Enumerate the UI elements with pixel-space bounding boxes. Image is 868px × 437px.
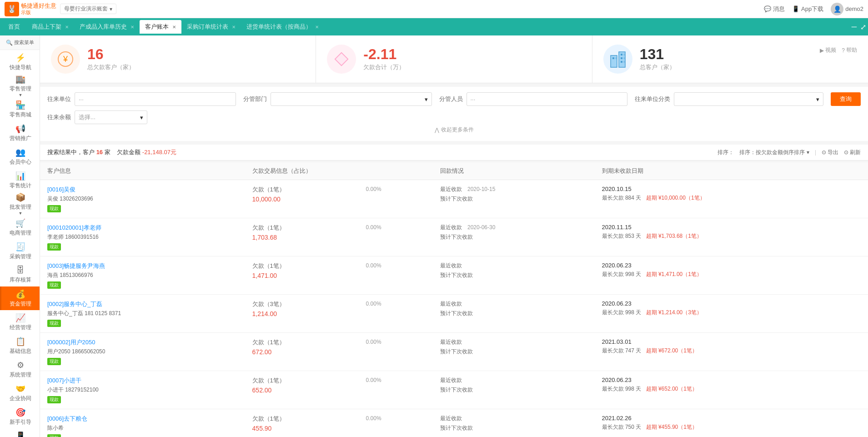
- customer-name-link[interactable]: [0003]畅捷服务尹海燕: [47, 262, 238, 270]
- results-actions: 排序： 排序：按欠款金额倒序排序 ▾ | ⊙ 导出 ⊙ 刷新: [717, 149, 861, 156]
- collapse-button[interactable]: ⋀ 收起更多条件: [47, 124, 861, 136]
- close-icon[interactable]: ✕: [130, 25, 134, 30]
- customer-name-link[interactable]: [000002]用户2050: [47, 338, 238, 347]
- customer-contact: 李老师 18600391516: [47, 233, 238, 241]
- col-header-customer: 客户信息: [40, 162, 245, 180]
- close-icon[interactable]: ✕: [172, 25, 176, 30]
- table-row: [0001020001]孝老师 李老师 18600391516 现款 欠款（1笔…: [40, 218, 868, 256]
- payment-cell: 最近收款 预计下次收款: [433, 256, 594, 295]
- sort-select[interactable]: 排序：按欠款金额倒序排序 ▾: [739, 149, 809, 156]
- tab-minimize-icon[interactable]: ─: [852, 23, 857, 31]
- sidebar-item-ecommerce[interactable]: 🛒 电商管理: [0, 216, 40, 239]
- debt-percent-cell: 0.00%: [355, 371, 433, 409]
- chevron-icon: ▼: [19, 93, 23, 97]
- customer-name-link[interactable]: [0007]小进干: [47, 377, 238, 385]
- app-download-btn[interactable]: 📱 App下载: [792, 5, 823, 13]
- sidebar-item-retail-mall[interactable]: 🏪 零售商城: [0, 97, 40, 121]
- sidebar-item-stock[interactable]: 🗄 库存核算: [0, 263, 40, 286]
- export-button[interactable]: ⊙ 导出: [822, 149, 838, 156]
- person-input[interactable]: ···: [467, 92, 628, 106]
- customer-name-link[interactable]: [0001020001]孝老师: [47, 224, 238, 232]
- table-wrapper: 客户信息 欠款交易信息（占比） 回款情况 到期未收款日期 [0016]吴俊 吴俊…: [40, 162, 868, 437]
- close-icon[interactable]: ✕: [65, 25, 69, 30]
- debt-amount[interactable]: 1,214.00: [252, 310, 348, 317]
- overdue-link[interactable]: 超期 ¥1,214.00（3笔）: [646, 309, 702, 316]
- data-table: 客户信息 欠款交易信息（占比） 回款情况 到期未收款日期 [0016]吴俊 吴俊…: [40, 162, 868, 437]
- debt-amount[interactable]: 652.00: [252, 387, 348, 394]
- debt-cell: 欠款（3笔） 1,214.00: [245, 295, 355, 333]
- customer-name-link[interactable]: [0006]去下粮仓: [47, 415, 238, 423]
- last-payment-label: 最近收款: [440, 301, 462, 307]
- debt-amount[interactable]: 10,000.00: [252, 196, 348, 203]
- help-btn[interactable]: ? 帮助: [842, 46, 857, 54]
- retail-stat-icon: 📊: [15, 171, 25, 181]
- retail-mgmt-icon: 🏬: [15, 74, 25, 84]
- basic-info-icon: 📋: [15, 337, 25, 347]
- overdue-link[interactable]: 超期 ¥1,471.00（1笔）: [646, 271, 702, 277]
- overdue-link[interactable]: 超期 ¥1,703.68（1笔）: [646, 233, 702, 239]
- overdue-link[interactable]: 超期 ¥652.00（1笔）: [646, 386, 697, 392]
- query-button[interactable]: 查询: [831, 92, 861, 106]
- svg-text:¥: ¥: [63, 55, 68, 64]
- industry-select[interactable]: 母婴行业演示账套 ▾: [60, 4, 116, 14]
- svg-rect-11: [623, 57, 625, 59]
- overdue-link[interactable]: 超期 ¥10,000.00（1笔）: [646, 195, 705, 201]
- tab-product-offline[interactable]: 商品上下架 ✕: [26, 20, 74, 34]
- sidebar-item-operation[interactable]: 📈 经营管理: [0, 310, 40, 334]
- sidebar-item-quick-nav[interactable]: ⚡ 快捷导航: [0, 50, 40, 74]
- tab-maximize-icon[interactable]: ⤢: [860, 23, 866, 31]
- sidebar-item-new-guide[interactable]: 🎯 新手引导: [0, 405, 40, 428]
- sidebar-search[interactable]: 🔍 搜索菜单: [0, 35, 40, 50]
- overdue-link[interactable]: 超期 ¥455.90（1笔）: [646, 424, 697, 430]
- sidebar-item-finance[interactable]: 💰 资金管理: [0, 286, 40, 310]
- ecommerce-icon: 🛒: [15, 218, 25, 228]
- tab-product-history[interactable]: 产成品入库单历史 ✕: [74, 20, 140, 34]
- close-icon[interactable]: ✕: [232, 25, 236, 30]
- incoming-unit-input[interactable]: ···: [75, 92, 236, 106]
- logo-icon: 🐰: [5, 2, 19, 16]
- next-payment-label: 预计下次收款: [440, 234, 473, 240]
- debt-percent-cell: 0.00%: [355, 218, 433, 256]
- debt-amount[interactable]: 1,471.00: [252, 272, 348, 279]
- sidebar-item-app-center[interactable]: 📱 应用中心: [0, 428, 40, 437]
- dept-select[interactable]: ▾: [271, 92, 432, 106]
- balance-select[interactable]: 选择... ▾: [75, 111, 147, 124]
- debt-amount[interactable]: 455.90: [252, 425, 348, 432]
- stat-icon-yuan: ¥: [51, 45, 80, 74]
- message-btn[interactable]: 💬 消息: [764, 5, 785, 13]
- due-cell: 2020.06.23 最长欠款 998 天 超期 ¥1,214.00（3笔）: [595, 295, 868, 333]
- debt-amount[interactable]: 672.00: [252, 348, 348, 356]
- results-bar: 搜索结果中，客户 16 家 欠款金额 -21,148.07元 排序： 排序：按欠…: [40, 145, 868, 161]
- unit-category-select[interactable]: ▾: [674, 92, 823, 106]
- tab-home[interactable]: 首页: [2, 20, 26, 34]
- sidebar-item-batch-mgmt[interactable]: 📦 批发管理 ▼: [0, 192, 40, 216]
- person-label: 分管人员: [439, 95, 463, 103]
- customer-cell: [0016]吴俊 吴俊 13026203696 现款: [40, 180, 245, 218]
- close-icon[interactable]: ✕: [315, 25, 319, 30]
- sidebar-item-purchase[interactable]: 🧾 采购管理: [0, 239, 40, 263]
- customer-name-link[interactable]: [0016]吴俊: [47, 186, 238, 194]
- video-help-btn[interactable]: ▶ 视频: [820, 46, 836, 54]
- overdue-days: 最长欠款 853 天: [602, 233, 644, 239]
- customer-cell: [0007]小进干 小进干 18279152100 现款: [40, 371, 245, 409]
- sidebar-item-retail-stat[interactable]: 📊 零售统计: [0, 168, 40, 192]
- finance-icon: 💰: [15, 289, 25, 299]
- debt-percent: 0.00%: [366, 377, 381, 383]
- tab-purchase-stat[interactable]: 进货单统计表（按商品） ✕: [241, 20, 324, 34]
- overdue-link[interactable]: 超期 ¥672.00（1笔）: [646, 347, 697, 354]
- debt-percent-cell: 0.00%: [355, 333, 433, 371]
- sidebar-item-marketing[interactable]: 📢 营销推广: [0, 121, 40, 145]
- tab-customer-account[interactable]: 客户账本 ✕: [140, 20, 181, 34]
- sidebar-item-system[interactable]: ⚙ 系统管理: [0, 357, 40, 381]
- customer-name-link[interactable]: [0002]服务中心_丁磊: [47, 300, 238, 308]
- refresh-button[interactable]: ⊙ 刷新: [844, 149, 861, 156]
- tab-purchase-order[interactable]: 采购订单统计表 ✕: [181, 20, 241, 34]
- sidebar-item-enterprise-coop[interactable]: 🤝 企业协同: [0, 381, 40, 405]
- sidebar-item-retail-mgmt[interactable]: 🏬 零售管理 ▼: [0, 74, 40, 97]
- user-menu[interactable]: 👤 demo2: [831, 3, 863, 15]
- debt-amount[interactable]: 1,703.68: [252, 234, 348, 241]
- sidebar-item-basic-info[interactable]: 📋 基础信息: [0, 334, 40, 357]
- last-payment-label: 最近收款: [440, 377, 462, 383]
- sidebar-item-member[interactable]: 👥 会员中心: [0, 145, 40, 168]
- stat-value-total: 131: [640, 47, 675, 61]
